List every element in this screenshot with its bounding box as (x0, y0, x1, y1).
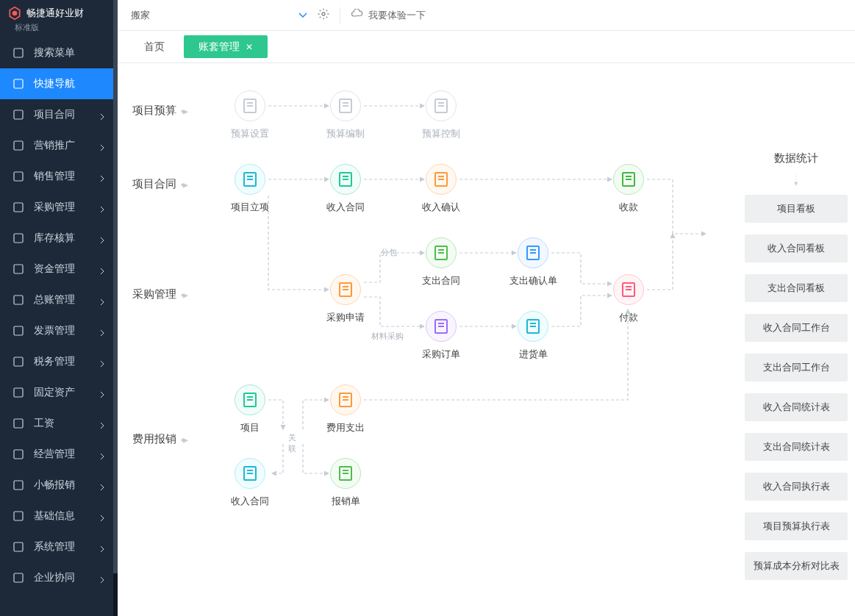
asset-icon (12, 386, 25, 399)
biz-icon (12, 448, 25, 461)
chevron-right-icon (99, 543, 106, 551)
node-expense-out[interactable]: 费用支出 (316, 384, 375, 434)
sidebar-item-label: 快捷导航 (34, 77, 75, 90)
sidebar-item-2[interactable]: 项目合同 (0, 99, 118, 130)
sidebar-item-0[interactable]: 搜索菜单 (0, 37, 118, 68)
sidebar-item-label: 税务管理 (34, 355, 75, 368)
tab-bar: 首页 账套管理 ✕ (118, 31, 855, 63)
svg-rect-17 (14, 542, 23, 551)
sidebar-item-7[interactable]: 资金管理 (0, 254, 118, 284)
receipt-icon (12, 324, 25, 337)
sidebar-item-15[interactable]: 基础信息 (0, 501, 118, 531)
node-budget-setup[interactable]: 预算设置 (221, 90, 279, 140)
stats-button-4[interactable]: 支出合同工作台 (745, 354, 848, 382)
svg-point-19 (322, 12, 325, 15)
chevron-right-icon (99, 142, 106, 149)
sidebar-item-label: 资金管理 (34, 262, 75, 276)
home-icon (12, 77, 25, 90)
sidebar-item-11[interactable]: 固定资产 (0, 377, 118, 408)
info-icon (12, 509, 25, 523)
sidebar-item-label: 库存核算 (34, 232, 75, 245)
tab-account-mgmt[interactable]: 账套管理 ✕ (184, 35, 268, 58)
sidebar-item-8[interactable]: 总账管理 (0, 284, 118, 315)
ledger-icon (12, 293, 25, 307)
sidebar-item-4[interactable]: 销售管理 (0, 161, 118, 192)
chevron-right-icon (99, 111, 106, 118)
row-label-expense: 费用报销▪▸ (132, 432, 187, 446)
node-purchase-order[interactable]: 采购订单 (412, 311, 471, 361)
company-name: 搬家 (131, 9, 150, 22)
sidebar-item-3[interactable]: 营销推广 (0, 130, 118, 161)
sidebar-item-14[interactable]: 小畅报销 (0, 470, 118, 501)
stats-button-7[interactable]: 收入合同执行表 (745, 473, 848, 501)
sidebar-item-label: 基础信息 (34, 509, 75, 523)
node-stock-in[interactable]: 进货单 (504, 311, 562, 361)
arrow-icon: ▪▸ (181, 289, 187, 301)
sidebar-item-10[interactable]: 税务管理 (0, 346, 118, 377)
stats-button-3[interactable]: 收入合同工作台 (745, 314, 848, 342)
close-icon[interactable]: ✕ (246, 42, 253, 52)
gear-icon[interactable] (318, 8, 329, 22)
tag-icon (12, 170, 25, 183)
stats-title: 数据统计 (745, 151, 848, 165)
node-expense-confirm[interactable]: 支出确认单 (504, 237, 562, 287)
chevron-right-icon (99, 574, 106, 581)
experience-link[interactable]: 我要体验一下 (351, 9, 426, 22)
node-budget-control[interactable]: 预算控制 (412, 90, 471, 140)
stats-button-0[interactable]: 项目看板 (745, 195, 848, 223)
arrow-icon: ▪▸ (181, 179, 187, 190)
tax-icon (12, 355, 25, 368)
company-selector[interactable]: 搬家 (131, 9, 307, 22)
svg-rect-10 (14, 326, 23, 335)
hint-relation: 关 联 (288, 432, 296, 454)
stats-button-8[interactable]: 项目预算执行表 (745, 512, 848, 540)
sidebar-item-5[interactable]: 采购管理 (0, 192, 118, 223)
svg-point-0 (13, 12, 17, 15)
sidebar-item-9[interactable]: 发票管理 (0, 315, 118, 346)
node-income-contract[interactable]: 收入合同 (316, 164, 375, 214)
node-expense-contract[interactable]: 支出合同 (412, 237, 471, 287)
sidebar-item-13[interactable]: 经营管理 (0, 439, 118, 470)
sidebar-item-label: 小畅报销 (34, 479, 75, 492)
sidebar-item-17[interactable]: 企业协同 (0, 562, 118, 593)
sidebar-item-label: 销售管理 (34, 170, 75, 183)
chevron-right-icon (99, 481, 106, 489)
row-label-budget: 项目预算▪▸ (132, 104, 187, 118)
sidebar-item-12[interactable]: 工资 (0, 408, 118, 439)
sidebar-item-label: 营销推广 (34, 139, 75, 152)
stats-button-2[interactable]: 支出合同看板 (745, 274, 848, 302)
chevron-right-icon (99, 204, 106, 211)
node-income-contract-2[interactable]: 收入合同 (221, 458, 279, 508)
arrow-icon: ▪▸ (181, 105, 187, 117)
cloud-icon (351, 9, 364, 21)
sidebar-item-1[interactable]: 快捷导航 (0, 68, 118, 99)
node-purchase-apply[interactable]: 采购申请 (316, 274, 375, 324)
node-reimburse[interactable]: 报销单 (316, 458, 375, 508)
row-label-contract: 项目合同▪▸ (132, 177, 187, 191)
stats-button-9[interactable]: 预算成本分析对比表 (745, 552, 848, 580)
chevron-right-icon (99, 420, 106, 427)
hint-material: 材料采购 (371, 331, 404, 342)
node-project-init[interactable]: 项目立项 (221, 164, 279, 214)
svg-rect-16 (14, 512, 23, 520)
sidebar-item-label: 采购管理 (34, 201, 75, 214)
node-payment[interactable]: 付款 (599, 274, 658, 324)
sidebar-item-label: 搜索菜单 (34, 46, 75, 60)
node-income-confirm[interactable]: 收入确认 (412, 164, 471, 214)
svg-rect-18 (14, 573, 23, 582)
yen-icon (12, 262, 25, 276)
chevron-right-icon (99, 327, 106, 334)
tab-home[interactable]: 首页 (129, 35, 179, 58)
stats-button-1[interactable]: 收入合同看板 (745, 234, 848, 262)
node-receipt[interactable]: 收款 (599, 164, 658, 214)
warehouse-icon (12, 232, 25, 245)
stats-button-6[interactable]: 支出合同统计表 (745, 433, 848, 461)
system-icon (12, 540, 25, 554)
sidebar-item-6[interactable]: 库存核算 (0, 223, 118, 254)
svg-rect-7 (14, 234, 23, 243)
sidebar-item-16[interactable]: 系统管理 (0, 531, 118, 562)
wage-icon (12, 417, 25, 430)
node-budget-compile[interactable]: 预算编制 (316, 90, 375, 140)
stats-button-5[interactable]: 收入合同统计表 (745, 393, 848, 421)
node-project[interactable]: 项目 (221, 384, 279, 434)
